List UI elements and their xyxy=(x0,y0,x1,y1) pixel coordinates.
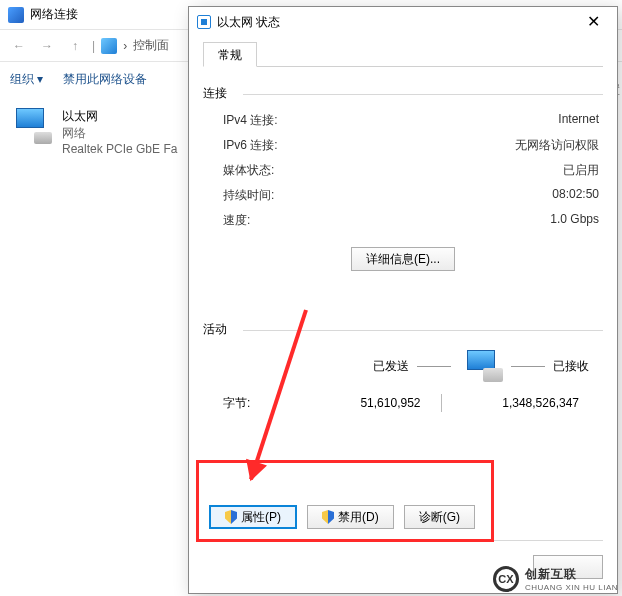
row-media: 媒体状态:已启用 xyxy=(203,158,603,183)
nav-separator: | xyxy=(92,39,95,53)
tab-strip: 常规 xyxy=(203,41,603,67)
computer-icon xyxy=(459,350,503,382)
bytes-row: 字节: 51,610,952 1,348,526,347 xyxy=(203,388,603,418)
watermark-logo-icon: CX xyxy=(493,566,519,592)
up-arrow-icon[interactable]: ↑ xyxy=(64,35,86,57)
bytes-label: 字节: xyxy=(223,395,283,412)
location-icon xyxy=(101,38,117,54)
action-buttons: 属性(P) 禁用(D) 诊断(G) xyxy=(203,505,603,529)
activity-line-left xyxy=(417,366,451,367)
breadcrumb[interactable]: 控制面 xyxy=(133,37,169,54)
activity-diagram: 已发送 已接收 xyxy=(203,344,603,388)
diagnose-button[interactable]: 诊断(G) xyxy=(404,505,475,529)
bottom-separator xyxy=(203,540,603,541)
group-connection: 连接 xyxy=(203,85,603,102)
row-speed: 速度:1.0 Gbps xyxy=(203,208,603,233)
group-activity: 活动 xyxy=(203,321,603,338)
breadcrumb-separator: › xyxy=(123,39,127,53)
ethernet-status-dialog: 以太网 状态 ✕ 常规 连接 IPv4 连接:Internet IPv6 连接:… xyxy=(188,6,618,594)
details-button[interactable]: 详细信息(E)... xyxy=(351,247,455,271)
adapter-network: 网络 xyxy=(62,125,177,142)
dialog-title: 以太网 状态 xyxy=(217,14,280,31)
disable-button[interactable]: 禁用(D) xyxy=(307,505,394,529)
sent-label: 已发送 xyxy=(373,358,409,375)
row-ipv6: IPv6 连接:无网络访问权限 xyxy=(203,133,603,158)
row-ipv4: IPv4 连接:Internet xyxy=(203,108,603,133)
bytes-received-value: 1,348,526,347 xyxy=(442,396,590,410)
received-label: 已接收 xyxy=(553,358,589,375)
properties-button[interactable]: 属性(P) xyxy=(209,505,297,529)
bytes-sent-value: 51,610,952 xyxy=(283,396,441,410)
close-button[interactable]: ✕ xyxy=(573,8,613,36)
dialog-titlebar: 以太网 状态 ✕ xyxy=(189,7,617,37)
watermark: CX 创新互联 CHUANG XIN HU LIAN xyxy=(493,566,618,592)
back-arrow-icon[interactable]: ← xyxy=(8,35,30,57)
shield-icon xyxy=(225,510,237,524)
row-duration: 持续时间:08:02:50 xyxy=(203,183,603,208)
bg-title: 网络连接 xyxy=(30,6,78,23)
ethernet-icon xyxy=(197,15,211,29)
control-panel-icon xyxy=(8,7,24,23)
watermark-line2: CHUANG XIN HU LIAN xyxy=(525,583,618,592)
tab-general[interactable]: 常规 xyxy=(203,42,257,67)
adapter-device: Realtek PCIe GbE Fa xyxy=(62,142,177,156)
activity-line-right xyxy=(511,366,545,367)
ethernet-adapter-icon xyxy=(12,108,52,144)
shield-icon xyxy=(322,510,334,524)
watermark-line1: 创新互联 xyxy=(525,566,618,583)
adapter-labels: 以太网 网络 Realtek PCIe GbE Fa xyxy=(62,108,177,156)
organize-menu[interactable]: 组织 ▾ xyxy=(10,71,43,88)
forward-arrow-icon: → xyxy=(36,35,58,57)
disable-device-button[interactable]: 禁用此网络设备 xyxy=(63,71,147,88)
adapter-name: 以太网 xyxy=(62,108,177,125)
adapter-item-ethernet[interactable]: 以太网 网络 Realtek PCIe GbE Fa xyxy=(8,104,188,160)
